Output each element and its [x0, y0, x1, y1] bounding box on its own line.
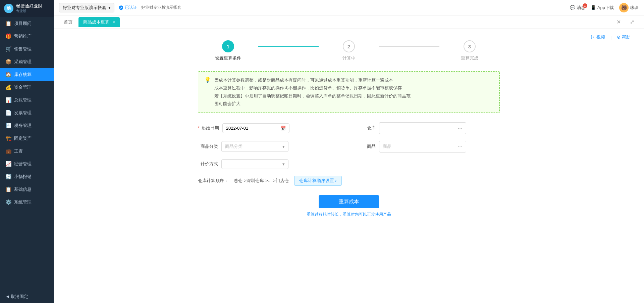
recalc-section: 重算成本 重算过程耗时较长，重算时您可以正常使用产品 — [198, 195, 500, 217]
warehouse-placeholder — [383, 125, 387, 131]
pricing-select[interactable]: ▾ — [221, 159, 288, 169]
user-profile[interactable]: 🐻 珠珠 — [619, 3, 639, 12]
message-action[interactable]: 💬 消息 1 — [570, 5, 585, 11]
sidebar-item-invoice[interactable]: 📄 发票管理 — [0, 106, 54, 119]
pricing-label: 计价方式 — [198, 161, 218, 167]
warehouse-picker-icon[interactable]: ··· — [458, 125, 463, 132]
sidebar-item-accounting[interactable]: 📊 总账管理 — [0, 94, 54, 106]
notification-badge: 1 — [583, 3, 587, 8]
info-box-text: 因成本计算参数调整，或是对商品成本有疑问时，可以通过成本重算功能，重新计算一遍成… — [214, 76, 411, 108]
sidebar-item-assets[interactable]: 🏗️ 固定资产 — [0, 132, 54, 145]
step-1-circle: 1 — [222, 40, 234, 52]
category-placeholder: 商品分类 — [225, 143, 243, 149]
calendar-icon[interactable]: 📅 — [280, 126, 286, 131]
sidebar-item-inventory[interactable]: 🏠 库存核算 — [0, 68, 54, 81]
recalc-button[interactable]: 重算成本 — [319, 195, 379, 208]
sidebar-item-label: 营销推广 — [14, 33, 32, 39]
salary-icon: 💼 — [5, 148, 11, 154]
tab-close-icon[interactable]: × — [113, 19, 115, 25]
video-button[interactable]: ▷ 视频 — [591, 34, 605, 40]
account-selector[interactable]: 好业财专业版演示帐套 ▾ — [59, 3, 114, 12]
warehouse-order-value: 总仓->深圳仓库->...->门店仓 — [234, 178, 289, 184]
app-edition: 专业版 — [16, 9, 42, 13]
sidebar-item-marketing[interactable]: 🎁 营销推广 — [0, 30, 54, 43]
chevron-down-icon-pricing: ▾ — [282, 162, 285, 167]
system-icon: ⚙️ — [5, 199, 11, 205]
expand-icon: ⤢ — [630, 19, 634, 25]
sidebar-item-salary[interactable]: 💼 工资 — [0, 145, 54, 158]
window-close-button[interactable]: ✕ — [612, 15, 625, 29]
pricing-field: 计价方式 ▾ — [198, 159, 342, 169]
sidebar-item-system[interactable]: ⚙️ 系统管理 — [0, 196, 54, 209]
logo-text: 畅 — [7, 5, 11, 11]
main-area: 好业财专业版演示帐套 ▾ 已认证 好业财专业版演示帐套 💬 消息 1 📱 App… — [54, 0, 644, 303]
window-expand-button[interactable]: ⤢ — [625, 15, 639, 29]
sidebar-item-label: 库存核算 — [14, 72, 32, 78]
sidebar-item-label: 系统管理 — [14, 199, 32, 205]
goods-input[interactable]: 商品 ··· — [379, 141, 466, 153]
goods-picker-icon[interactable]: ··· — [458, 143, 463, 150]
warehouse-order-btn-label: 仓库计算顺序设置 › — [299, 178, 337, 184]
start-date-value: 2022-07-01 — [226, 126, 249, 131]
top-bar: 好业财专业版演示帐套 ▾ 已认证 好业财专业版演示帐套 💬 消息 1 📱 App… — [54, 0, 644, 15]
sidebar-item-operations[interactable]: 📈 经营管理 — [0, 158, 54, 170]
app-name: 畅捷通好业财 — [16, 3, 42, 9]
tab-bar: 首页 商品成本重算 × ✕ ⤢ — [54, 15, 644, 29]
account-name: 好业财专业版演示帐套 — [63, 5, 106, 11]
sidebar-item-label: 销售管理 — [14, 46, 32, 52]
chevron-down-icon: ▾ — [282, 144, 285, 149]
invoice-icon: 📄 — [5, 110, 11, 116]
info-box: 💡 因成本计算参数调整，或是对商品成本有疑问时，可以通过成本重算功能，重新计算一… — [198, 71, 500, 113]
sidebar-item-project[interactable]: 📋 项目顾问 — [0, 17, 54, 30]
purchase-icon: 📦 — [5, 59, 11, 65]
info-line-1: 因成本计算参数调整，或是对商品成本有疑问时，可以通过成本重算功能，重新计算一遍成… — [214, 76, 411, 84]
sidebar-nav: 📋 项目顾问 🎁 营销推广 🛒 销售管理 📦 采购管理 🏠 库存核算 💰 资金管… — [0, 17, 54, 290]
shield-icon — [118, 5, 124, 10]
user-emoji: 🐻 — [621, 5, 627, 10]
start-date-input[interactable]: 2022-07-01 📅 — [222, 123, 289, 133]
app-download-action[interactable]: 📱 App下载 — [591, 5, 614, 11]
help-button[interactable]: ⊘ 帮助 — [617, 34, 631, 40]
warehouse-order-settings-button[interactable]: 仓库计算顺序设置 › — [294, 176, 342, 186]
step-2-label: 计算中 — [342, 55, 356, 61]
sidebar-item-purchase[interactable]: 📦 采购管理 — [0, 55, 54, 68]
sidebar-item-basic[interactable]: 📋 基础信息 — [0, 183, 54, 196]
sidebar-item-label: 工资 — [14, 148, 23, 154]
tax-icon: 🧾 — [5, 123, 11, 129]
step-1: 1 设置重算条件 — [198, 40, 258, 61]
tab-recalc[interactable]: 商品成本重算 × — [78, 17, 120, 27]
steps-container: 1 设置重算条件 2 计算中 3 重算完成 — [198, 37, 500, 61]
message-icon: 💬 — [570, 5, 575, 10]
start-date-label: * 起始日期 — [198, 125, 219, 131]
warehouse-input[interactable]: ··· — [379, 122, 466, 134]
finance-icon: 💰 — [5, 84, 11, 90]
warehouse-label: 仓库 — [356, 125, 376, 131]
tab-home[interactable]: 首页 — [59, 17, 77, 27]
sales-icon: 🛒 — [5, 46, 11, 52]
goods-field: 商品 商品 ··· — [356, 141, 500, 153]
form-row-3: 计价方式 ▾ — [198, 159, 500, 169]
verified-label: 已认证 — [125, 5, 137, 10]
phone-icon: 📱 — [591, 5, 596, 10]
sidebar-item-expense[interactable]: 🔄 小畅报销 — [0, 170, 54, 183]
info-line-2: 成本重算过程中，影响库存账的操作均不能操作，比如进货单、销货单、库存单据不能审核… — [214, 84, 411, 92]
accounting-icon: 📊 — [5, 97, 11, 103]
warehouse-order-row: 仓库计算顺序： 总仓->深圳仓库->...->门店仓 仓库计算顺序设置 › — [198, 176, 500, 186]
app-info: 畅捷通好业财 专业版 — [16, 3, 42, 13]
tab-home-label: 首页 — [64, 19, 72, 25]
sidebar-unpin[interactable]: ◄ 取消固定 — [0, 290, 54, 303]
operations-icon: 📈 — [5, 161, 11, 167]
step-3-circle: 3 — [464, 40, 476, 52]
sidebar-item-tax[interactable]: 🧾 税务管理 — [0, 119, 54, 132]
sidebar-item-sales[interactable]: 🛒 销售管理 — [0, 43, 54, 55]
verified-account-text: 好业财专业版演示帐套 — [141, 5, 181, 10]
sidebar-item-label: 资金管理 — [14, 84, 32, 90]
sidebar-item-finance[interactable]: 💰 资金管理 — [0, 81, 54, 94]
sidebar-item-label: 总账管理 — [14, 97, 32, 103]
sidebar-item-label: 小畅报销 — [14, 174, 32, 180]
recalc-hint: 重算过程耗时较长，重算时您可以正常使用产品 — [198, 212, 500, 217]
category-label: 商品分类 — [198, 143, 218, 149]
sidebar-item-label: 基础信息 — [14, 186, 32, 192]
sidebar-item-label: 采购管理 — [14, 59, 32, 65]
category-select[interactable]: 商品分类 ▾ — [221, 141, 288, 152]
